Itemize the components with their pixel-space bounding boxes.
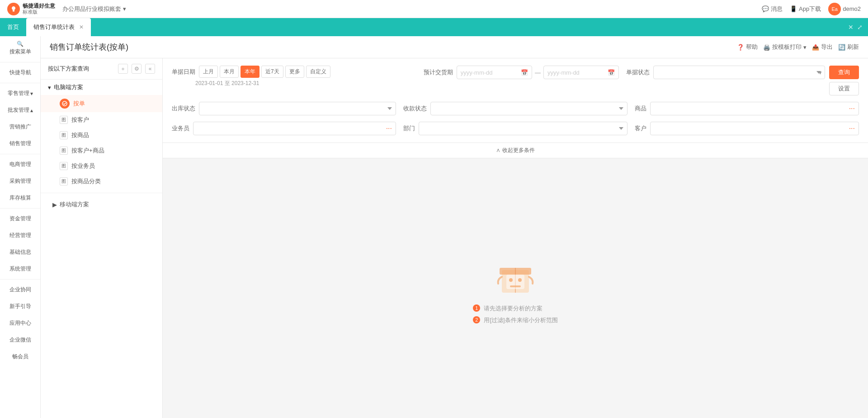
logo-area: 畅捷通好生意 标准版 [7, 3, 55, 15]
svg-point-6 [509, 278, 513, 282]
sidebar-item-newuser[interactable]: 新手引导 [0, 298, 40, 315]
pc-scheme-group: ▾ 电脑端方案 按单 [41, 80, 162, 189]
salesperson-more-icon: ··· [386, 125, 392, 132]
scheme-by-customer-product-icon: 图 [60, 147, 68, 155]
content-body: 按以下方案查询 ＋ ⚙ « ▾ 电脑端方案 [41, 58, 868, 418]
pc-scheme-header[interactable]: ▾ 电脑端方案 [41, 80, 162, 95]
expected-date-range: yyyy-mm-dd 📅 — yyyy-mm-dd 📅 [457, 66, 619, 79]
empty-state: 1 请先选择要分析的方案 2 用[过滤]条件来缩小分析范围 [163, 158, 868, 418]
svg-rect-8 [510, 285, 521, 287]
sidebar-item-basic[interactable]: 基础信息 [0, 244, 40, 261]
print-button[interactable]: 🖨️ 按模板打印 ▾ [763, 43, 807, 51]
scheme-by-order[interactable]: 按单 [41, 95, 162, 112]
sales-order-stats-tab-label: 销售订单统计表 [33, 23, 75, 31]
sidebar-item-wholesale[interactable]: 批发管理 ▴ [0, 102, 40, 119]
avatar: Ea [828, 3, 841, 15]
sidebar-item-quicknav[interactable]: 快捷导航 [0, 64, 40, 81]
tab-sales-order-stats[interactable]: 销售订单统计表 ✕ [26, 18, 91, 36]
query-button[interactable]: 查询 [829, 66, 859, 79]
maximize-icon[interactable]: ⤢ [857, 24, 863, 31]
app-download-button[interactable]: 📱 App下载 [790, 5, 821, 13]
company-select[interactable]: 办公用品行业模拟账套 ▾ [59, 3, 130, 15]
shipment-filter: 出库状态 [172, 102, 396, 115]
salesperson-input[interactable]: ··· [193, 122, 396, 135]
collapse-text: ∧ 收起更多条件 [496, 147, 534, 153]
empty-tips: 1 请先选择要分析的方案 2 用[过滤]条件来缩小分析范围 [473, 304, 557, 324]
date-filter: 单据日期 上月 本月 本年 近7天 更多 自定义 [172, 66, 416, 87]
date-btn-more[interactable]: 更多 [285, 66, 304, 78]
sidebar-item-wechat[interactable]: 企业微信 [0, 332, 40, 348]
print-icon: 🖨️ [763, 44, 770, 51]
sidebar-item-appcenter[interactable]: 应用中心 [0, 315, 40, 332]
refresh-icon: 🔄 [838, 44, 845, 51]
mobile-scheme-item[interactable]: ▶ 移动端方案 [41, 197, 162, 212]
scheme-by-customer[interactable]: 图 按客户 [41, 112, 162, 128]
payment-select[interactable] [430, 102, 627, 115]
filter-area: 单据日期 上月 本月 本年 近7天 更多 自定义 [163, 58, 868, 143]
sidebar-item-inventory[interactable]: 库存核算 [0, 190, 40, 206]
date-btn-group: 上月 本月 本年 近7天 更多 自定义 [199, 66, 330, 78]
sidebar-item-system[interactable]: 系统管理 [0, 261, 40, 277]
sidebar-item-enterprise[interactable]: 企业协同 [0, 281, 40, 298]
shipment-label: 出库状态 [172, 104, 195, 113]
tab-close-icon[interactable]: ✕ [79, 24, 84, 30]
status-select[interactable] [653, 66, 825, 79]
date-btn-current-year[interactable]: 本年 [241, 66, 259, 78]
scheme-by-salesperson[interactable]: 图 按业务员 [41, 158, 162, 174]
department-select[interactable] [419, 122, 627, 135]
sidebar-item-retail[interactable]: 零售管理 ▾ [0, 85, 40, 102]
date-btn-custom[interactable]: 自定义 [306, 66, 330, 78]
home-tab-label: 首页 [7, 23, 19, 31]
date-btn-last-7days[interactable]: 近7天 [261, 66, 283, 78]
help-button[interactable]: ❓ 帮助 [737, 43, 758, 51]
date-btn-last-month[interactable]: 上月 [199, 66, 218, 78]
scheme-by-product[interactable]: 图 按商品 [41, 128, 162, 143]
sidebar-item-ecommerce[interactable]: 电商管理 [0, 156, 40, 173]
user-menu[interactable]: Ea demo2 [828, 3, 861, 15]
page-title: 销售订单统计表(按单) [50, 42, 128, 58]
export-button[interactable]: 📤 导出 [812, 43, 833, 51]
tab-home[interactable]: 首页 [0, 18, 26, 36]
close-window-icon[interactable]: ✕ [848, 24, 854, 31]
collapse-panel-button[interactable]: « [145, 64, 155, 74]
settings-scheme-button[interactable]: ⚙ [132, 64, 142, 74]
left-panel-actions: ＋ ⚙ « [118, 64, 155, 74]
status-label: 单据状态 [626, 68, 650, 76]
goods-label: 商品 [635, 104, 646, 113]
expected-date-label: 预计交货期 [424, 68, 453, 76]
customer-input[interactable]: ··· [650, 122, 859, 135]
scheme-by-salesperson-icon: 图 [60, 162, 68, 170]
sidebar-item-search[interactable]: 🔍 搜索菜单 [0, 36, 40, 60]
sidebar-item-purchase[interactable]: 采购管理 [0, 173, 40, 190]
shipment-select[interactable] [199, 102, 396, 115]
top-bar: 畅捷通好生意 标准版 办公用品行业模拟账套 ▾ 💬 消息 📱 App下载 Ea … [0, 0, 868, 18]
date-filter-label: 单据日期 [172, 68, 195, 76]
pc-scheme-label: 电脑端方案 [54, 83, 83, 91]
tab-bar: 首页 销售订单统计表 ✕ ✕ ⤢ [0, 18, 868, 36]
sidebar-item-finance[interactable]: 资金管理 [0, 210, 40, 227]
scheme-by-customer-product[interactable]: 图 按客户+商品 [41, 143, 162, 158]
scheme-by-product-category-icon: 图 [60, 177, 68, 185]
scheme-by-customer-product-label: 按客户+商品 [71, 147, 104, 155]
date-btn-current-month[interactable]: 本月 [220, 66, 239, 78]
logo-icon [7, 3, 20, 15]
sidebar-item-member[interactable]: 畅会员 [0, 348, 40, 365]
goods-input[interactable]: ··· [650, 102, 859, 115]
refresh-button[interactable]: 🔄 刷新 [838, 43, 859, 51]
expected-date-start[interactable]: yyyy-mm-dd 📅 [457, 66, 532, 79]
setting-button[interactable]: 设置 [829, 82, 859, 95]
message-button[interactable]: 💬 消息 [762, 5, 783, 13]
scheme-by-product-category-label: 按商品分类 [71, 177, 101, 185]
add-scheme-button[interactable]: ＋ [118, 64, 128, 74]
expected-date-end[interactable]: yyyy-mm-dd 📅 [543, 66, 619, 79]
sidebar-item-operations[interactable]: 经营管理 [0, 227, 40, 244]
department-label: 部门 [403, 124, 415, 133]
status-filter: 单据状态 ▾ [626, 66, 822, 79]
chevron-up-icon: ▴ [30, 107, 33, 114]
empty-tip-2-text: 用[过滤]条件来缩小分析范围 [484, 316, 557, 324]
sidebar-item-marketing[interactable]: 营销推广 [0, 119, 40, 135]
left-panel-title: 按以下方案查询 [48, 65, 89, 73]
collapse-bar[interactable]: ∧ 收起更多条件 [163, 143, 868, 158]
scheme-by-product-category[interactable]: 图 按商品分类 [41, 174, 162, 189]
sidebar-item-sales[interactable]: 销售管理 [0, 135, 40, 152]
